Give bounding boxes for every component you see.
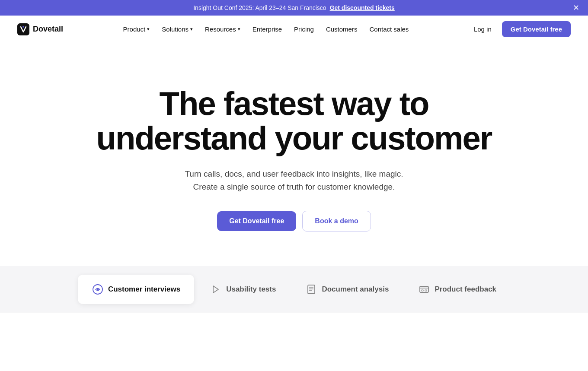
svg-point-3 [96, 289, 99, 291]
tab-customer-interviews[interactable]: Customer interviews [78, 275, 194, 304]
hero-cta-secondary[interactable]: Book a demo [302, 211, 371, 231]
nav-item-resources[interactable]: Resources ▾ [200, 22, 246, 36]
product-feedback-icon [418, 283, 430, 295]
nav-item-contact[interactable]: Contact sales [364, 22, 414, 36]
logo-text: Dovetail [33, 25, 63, 34]
nav-links: Product ▾ Solutions ▾ Resources ▾ Enterp… [118, 22, 414, 36]
customer-interviews-icon [92, 283, 104, 295]
hero-subtext: Turn calls, docs, and user feedback into… [17, 168, 571, 194]
nav-cta-button[interactable]: Get Dovetail free [502, 21, 571, 37]
svg-point-1 [22, 26, 24, 28]
banner-link[interactable]: Get discounted tickets [330, 4, 395, 11]
hero-section: The fastest way to understand your custo… [0, 43, 588, 266]
svg-rect-11 [425, 290, 427, 291]
nav-item-product[interactable]: Product ▾ [118, 22, 155, 36]
document-analysis-icon [305, 283, 317, 295]
use-cases-tabs-wrapper: Customer interviews Usability tests Docu… [0, 266, 588, 313]
nav-item-customers[interactable]: Customers [321, 22, 363, 36]
svg-rect-8 [420, 286, 428, 292]
main-nav: Dovetail Product ▾ Solutions ▾ Resources… [0, 16, 588, 43]
logo[interactable]: Dovetail [17, 23, 63, 35]
svg-rect-0 [17, 23, 29, 35]
nav-actions: Log in Get Dovetail free [469, 21, 571, 37]
banner-close-button[interactable]: ✕ [573, 4, 579, 12]
tab-usability-tests[interactable]: Usability tests [196, 275, 290, 304]
nav-item-pricing[interactable]: Pricing [289, 22, 319, 36]
tabs-row: Customer interviews Usability tests Docu… [0, 275, 588, 304]
nav-item-enterprise[interactable]: Enterprise [247, 22, 287, 36]
tab-product-feedback[interactable]: Product feedback [404, 275, 510, 304]
banner-text: Insight Out Conf 2025: April 23–24 San F… [193, 4, 326, 11]
hero-heading: The fastest way to understand your custo… [86, 86, 502, 155]
hero-cta-group: Get Dovetail free Book a demo [17, 211, 571, 231]
logo-icon [17, 23, 29, 35]
usability-tests-icon [210, 283, 222, 295]
hero-cta-primary[interactable]: Get Dovetail free [217, 211, 296, 231]
nav-item-solutions[interactable]: Solutions ▾ [157, 22, 198, 36]
login-button[interactable]: Log in [469, 22, 497, 36]
svg-rect-10 [422, 290, 423, 291]
tab-document-analysis[interactable]: Document analysis [291, 275, 403, 304]
announcement-banner: Insight Out Conf 2025: April 23–24 San F… [0, 0, 588, 16]
svg-rect-4 [308, 285, 315, 294]
